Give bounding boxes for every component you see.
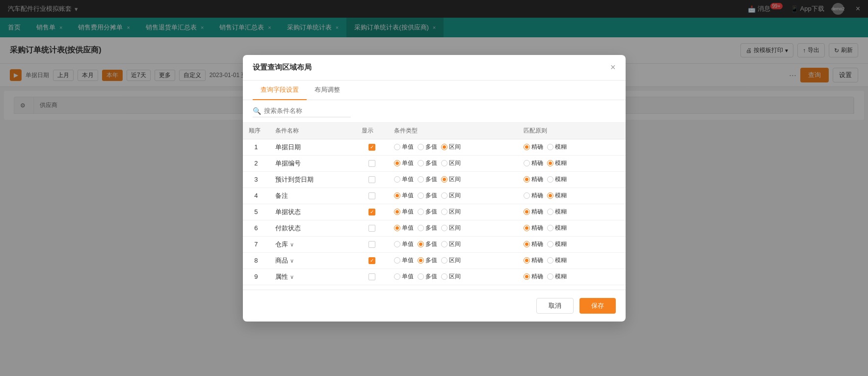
show-checkbox[interactable] xyxy=(368,176,375,183)
cell-type: 单值多值区间 xyxy=(388,139,518,155)
cell-name: 仓库 ∨ xyxy=(269,236,356,252)
type-radio-type_range[interactable]: 区间 xyxy=(441,175,461,184)
radio-dot xyxy=(394,192,400,199)
match-radio-match_fuzzy[interactable]: 模糊 xyxy=(547,256,567,265)
th-order: 顺序 xyxy=(243,123,270,139)
match-radio-match_fuzzy[interactable]: 模糊 xyxy=(547,143,567,151)
show-checkbox[interactable] xyxy=(368,209,375,215)
type-radio-type_single[interactable]: 单值 xyxy=(394,143,414,151)
cancel-button[interactable]: 取消 xyxy=(536,298,574,314)
cell-show xyxy=(356,285,388,290)
cell-show xyxy=(356,236,388,252)
type-radio-type_single[interactable]: 单值 xyxy=(394,224,414,232)
type-radio-type_range[interactable]: 区间 xyxy=(441,143,461,151)
match-radio-match_exact[interactable]: 精确 xyxy=(524,159,543,167)
show-checkbox[interactable] xyxy=(368,257,375,264)
match-radio-match_fuzzy[interactable]: 模糊 xyxy=(547,191,567,200)
type-radio-type_multi[interactable]: 多值 xyxy=(418,240,437,248)
match-radio-group: 精确模糊 xyxy=(524,143,620,151)
match-radio-match_exact[interactable]: 精确 xyxy=(524,143,543,151)
type-radio-type_range[interactable]: 区间 xyxy=(441,256,461,265)
type-radio-type_multi[interactable]: 多值 xyxy=(418,208,437,216)
tab-layout[interactable]: 布局调整 xyxy=(307,81,348,100)
match-radio-match_exact[interactable]: 精确 xyxy=(524,240,543,248)
table-row: 8商品 ∨单值多值区间精确模糊 xyxy=(243,252,626,269)
type-radio-type_single[interactable]: 单值 xyxy=(394,175,414,184)
type-radio-type_single[interactable]: 单值 xyxy=(394,191,414,200)
radio-dot xyxy=(441,192,447,199)
config-table: 顺序 条件名称 显示 条件类型 匹配原则 1单据日期单值多值区间精确模糊2单据编… xyxy=(243,123,626,290)
match-radio-match_fuzzy[interactable]: 模糊 xyxy=(547,159,567,167)
radio-dot xyxy=(418,160,424,166)
type-radio-type_single[interactable]: 单值 xyxy=(394,256,414,265)
show-checkbox[interactable] xyxy=(368,144,375,151)
show-checkbox[interactable] xyxy=(368,241,375,248)
match-radio-match_fuzzy[interactable]: 模糊 xyxy=(547,224,567,232)
type-radio-type_multi[interactable]: 多值 xyxy=(418,191,437,200)
cell-type: 单值多值区间 xyxy=(388,285,518,290)
radio-dot xyxy=(524,144,530,150)
dialog-close-btn[interactable]: × xyxy=(610,63,616,72)
type-radio-type_range[interactable]: 区间 xyxy=(441,208,461,216)
table-row: 1单据日期单值多值区间精确模糊 xyxy=(243,139,626,155)
type-radio-type_range[interactable]: 区间 xyxy=(441,159,461,167)
match-radio-match_exact[interactable]: 精确 xyxy=(524,191,543,200)
show-checkbox[interactable] xyxy=(368,273,375,280)
radio-dot xyxy=(394,176,400,183)
match-radio-match_exact[interactable]: 精确 xyxy=(524,224,543,232)
radio-dot xyxy=(547,273,553,280)
type-radio-type_single[interactable]: 单值 xyxy=(394,272,414,281)
cell-match: 精确模糊 xyxy=(518,139,626,155)
type-radio-type_multi[interactable]: 多值 xyxy=(418,175,437,184)
save-button[interactable]: 保存 xyxy=(579,298,616,314)
cell-show xyxy=(356,204,388,220)
cell-match: 精确模糊 xyxy=(518,188,626,204)
th-type: 条件类型 xyxy=(388,123,518,139)
type-radio-type_range[interactable]: 区间 xyxy=(441,224,461,232)
match-radio-match_exact[interactable]: 精确 xyxy=(524,175,543,184)
type-radio-type_multi[interactable]: 多值 xyxy=(418,272,437,281)
show-checkbox[interactable] xyxy=(368,225,375,232)
th-name: 条件名称 xyxy=(269,123,356,139)
search-icon: 🔍 xyxy=(253,107,261,115)
cell-match: 精确模糊 xyxy=(518,204,626,220)
type-radio-type_multi[interactable]: 多值 xyxy=(418,224,437,232)
type-radio-group: 单值多值区间 xyxy=(394,175,512,184)
radio-dot xyxy=(441,225,447,231)
chevron-down-icon: ∨ xyxy=(290,242,294,247)
match-radio-match_fuzzy[interactable]: 模糊 xyxy=(547,175,567,184)
show-checkbox[interactable] xyxy=(368,160,375,167)
table-row: 3预计到货日期单值多值区间精确模糊 xyxy=(243,171,626,188)
show-checkbox[interactable] xyxy=(368,192,375,199)
type-radio-type_range[interactable]: 区间 xyxy=(441,240,461,248)
match-radio-match_exact[interactable]: 精确 xyxy=(524,256,543,265)
cell-name: 单据日期 xyxy=(269,139,356,155)
th-match: 匹配原则 xyxy=(518,123,626,139)
radio-dot xyxy=(441,160,447,166)
table-row: 7仓库 ∨单值多值区间精确模糊 xyxy=(243,236,626,252)
cell-name: 有无商品图片 xyxy=(269,285,356,290)
match-radio-match_fuzzy[interactable]: 模糊 xyxy=(547,208,567,216)
radio-dot xyxy=(394,257,400,264)
match-radio-group: 精确模糊 xyxy=(524,191,620,200)
type-radio-type_single[interactable]: 单值 xyxy=(394,159,414,167)
match-radio-match_exact[interactable]: 精确 xyxy=(524,272,543,281)
radio-dot xyxy=(394,225,400,231)
radio-dot xyxy=(441,273,447,280)
search-input[interactable] xyxy=(264,107,342,114)
type-radio-type_range[interactable]: 区间 xyxy=(441,191,461,200)
type-radio-type_range[interactable]: 区间 xyxy=(441,272,461,281)
tab-fields[interactable]: 查询字段设置 xyxy=(253,81,307,100)
radio-dot xyxy=(524,257,530,264)
match-radio-match_fuzzy[interactable]: 模糊 xyxy=(547,240,567,248)
type-radio-type_multi[interactable]: 多值 xyxy=(418,159,437,167)
type-radio-type_multi[interactable]: 多值 xyxy=(418,256,437,265)
cell-order: 10 xyxy=(243,285,270,290)
cell-name: 属性 ∨ xyxy=(269,269,356,285)
match-radio-match_fuzzy[interactable]: 模糊 xyxy=(547,272,567,281)
match-radio-match_exact[interactable]: 精确 xyxy=(524,208,543,216)
type-radio-type_single[interactable]: 单值 xyxy=(394,208,414,216)
type-radio-type_multi[interactable]: 多值 xyxy=(418,143,437,151)
cell-show xyxy=(356,155,388,171)
type-radio-type_single[interactable]: 单值 xyxy=(394,240,414,248)
